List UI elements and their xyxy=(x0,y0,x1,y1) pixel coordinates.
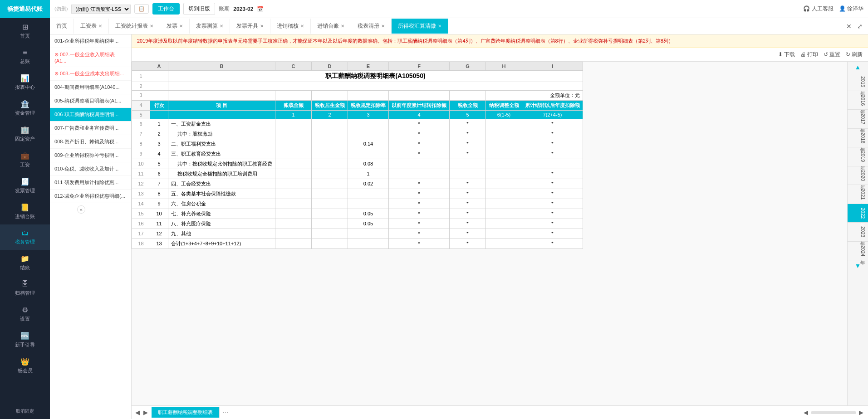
switch-old-button[interactable]: 切到旧版 xyxy=(183,3,215,15)
left-panel-item-002[interactable]: ⊗ 002-一般企业收入明细表(A1... xyxy=(50,48,131,67)
tab-invoice-close[interactable]: ✕ xyxy=(179,24,183,29)
asset-icon: 🏦 xyxy=(20,100,29,108)
year-2019[interactable]: 2019年 xyxy=(848,147,868,166)
sidebar: 畅捷通易代账 ⊞ 首页 ≡ 总账 📊 报表中心 🏦 资金管理 🏢 固定资产 💼 … xyxy=(0,0,50,419)
horizontal-scrollbar[interactable] xyxy=(811,411,856,414)
tab-purchase-verify[interactable]: 进销稽核 ✕ xyxy=(270,19,311,34)
sidebar-item-member[interactable]: 👑 畅会员 xyxy=(0,353,50,379)
sidebar-item-sales-ledger[interactable]: 📒 进销台账 xyxy=(0,199,50,224)
col-header-rownum xyxy=(132,62,150,70)
sidebar-item-home[interactable]: ⊞ 首页 xyxy=(0,18,50,44)
tab-maximize[interactable]: ⤢ xyxy=(855,22,864,31)
table-container[interactable]: A B C D E F G H I xyxy=(132,62,847,406)
year-2024[interactable]: 2024年 xyxy=(848,242,868,260)
sidebar-item-archive[interactable]: 🗄 归档管理 xyxy=(0,276,50,301)
user-icon: 👤 xyxy=(839,5,846,12)
user-avatar[interactable]: 👤 徐泽华 xyxy=(839,5,863,13)
year-2015[interactable]: 2015年 xyxy=(848,73,868,91)
tab-income-tax[interactable]: 所得税汇算清缴 ✕ xyxy=(392,19,448,34)
tab-payroll-report-close[interactable]: ✕ xyxy=(150,24,153,29)
tab-purchase-ledger[interactable]: 进销台账 ✕ xyxy=(311,19,351,34)
copy-button[interactable]: 📋 xyxy=(134,4,149,14)
sidebar-item-payroll[interactable]: 💼 工资 xyxy=(0,147,50,173)
customer-service[interactable]: 🎧 人工客服 xyxy=(803,5,833,13)
tab-close-all[interactable]: ✕ xyxy=(844,22,853,31)
table-row: 11 6 按税收规定全额扣除的职工培训费用 1 * xyxy=(132,169,583,179)
company-selector[interactable]: (勿删) 江西般宝-LSS xyxy=(71,5,131,14)
sidebar-item-asset-mgmt[interactable]: 🏦 资金管理 xyxy=(0,95,50,121)
year-2023[interactable]: 2023年 xyxy=(848,223,868,241)
refresh-icon: ↻ xyxy=(846,51,850,58)
tab-payroll-report[interactable]: 工资统计报表 ✕ xyxy=(109,19,160,34)
tab-invoice-calc-close[interactable]: ✕ xyxy=(220,24,223,29)
refresh-button[interactable]: ↻ 刷新 xyxy=(846,51,863,58)
left-panel-item-012[interactable]: 012-减免企业所得税优惠明细(... xyxy=(50,190,131,203)
unpin-label: 取消固定 xyxy=(16,408,34,414)
sidebar-item-guide[interactable]: 🆕 新手引导 xyxy=(0,327,50,353)
left-panel-item-011[interactable]: 011-研发费用加计扣除优惠... xyxy=(50,176,131,190)
calendar-icon[interactable]: 📅 xyxy=(257,6,264,12)
sidebar-item-ledger[interactable]: ≡ 总账 xyxy=(0,44,50,69)
print-button[interactable]: 🖨 打印 xyxy=(800,51,818,58)
table-row: 14 9 六、住房公积金 * * * xyxy=(132,199,583,209)
tab-home[interactable]: 首页 xyxy=(50,19,74,34)
sidebar-item-account[interactable]: 📁 结账 xyxy=(0,250,50,276)
scroll-right-btn[interactable]: ▶ xyxy=(858,408,864,417)
year-scroll-up[interactable]: ▲ xyxy=(853,62,863,73)
left-panel-item-005[interactable]: 005-纳税调整项目明细表(A1... xyxy=(50,94,131,108)
sidebar-item-settings[interactable]: ⚙ 设置 xyxy=(0,301,50,327)
workspace-button[interactable]: 工作台 xyxy=(152,3,180,15)
sidebar-item-fixed-asset[interactable]: 🏢 固定资产 xyxy=(0,121,50,147)
scroll-left-btn[interactable]: ◀ xyxy=(803,408,809,417)
center-main: 2019年度涉及取以前年度结转数据的申报表单元格需要手工核准正确，才能保证本年以… xyxy=(132,34,868,419)
tab-income-tax-close[interactable]: ✕ xyxy=(438,24,441,29)
left-panel-item-004[interactable]: 004-期间费用明细表(A1040... xyxy=(50,81,131,94)
left-panel-item-008[interactable]: 008-资产折旧、摊销及纳税... xyxy=(50,135,131,149)
year-scroll-down[interactable]: ▼ xyxy=(853,260,863,271)
col-header-g: G xyxy=(450,62,486,70)
tab-purchase-ledger-close[interactable]: ✕ xyxy=(341,24,344,29)
tab-purchase-verify-close[interactable]: ✕ xyxy=(300,24,304,29)
tab-invoice[interactable]: 发票 ✕ xyxy=(160,19,190,34)
left-panel-item-001[interactable]: 001-企业所得税年度纳税申... xyxy=(50,34,131,48)
panel-collapse-btn[interactable]: « xyxy=(77,205,85,214)
year-2016[interactable]: 2016年 xyxy=(848,91,868,110)
reset-button[interactable]: ↺ 重置 xyxy=(824,51,840,58)
sheet-tab-main[interactable]: 职工薪酬纳税调整明细表 xyxy=(152,407,220,418)
fixed-asset-icon: 🏢 xyxy=(20,126,29,134)
main-area: (勿删) (勿删) 江西般宝-LSS 📋 工作台 切到旧版 账期 2023-02… xyxy=(50,0,868,419)
year-2017[interactable]: 2017年 xyxy=(848,110,868,128)
tab-invoice-calc[interactable]: 发票测算 ✕ xyxy=(190,19,230,34)
year-2018[interactable]: 2018年 xyxy=(848,129,868,147)
sales-ledger-icon: 📒 xyxy=(20,203,29,212)
topbar-right: 🎧 人工客服 👤 徐泽华 xyxy=(803,5,863,13)
sheet-options-icon[interactable]: ⋯ xyxy=(220,409,231,416)
left-panel-item-010[interactable]: 010-免税、减收收入及加计... xyxy=(50,162,131,176)
year-2020[interactable]: 2020年 xyxy=(848,166,868,185)
sidebar-item-tax-mgmt[interactable]: 🗂 税务管理 xyxy=(0,224,50,250)
unpin-button[interactable]: 取消固定 xyxy=(0,404,50,419)
tab-tax-clear[interactable]: 税表清册 ✕ xyxy=(351,19,392,34)
tab-payroll[interactable]: 工资表 ✕ xyxy=(74,19,109,34)
tab-tax-clear-close[interactable]: ✕ xyxy=(381,24,385,29)
tab-invoice-open-close[interactable]: ✕ xyxy=(260,24,264,29)
period-value: 2023-02 xyxy=(233,6,253,12)
left-panel-item-003[interactable]: ⊗ 003-一般企业成本支出明细... xyxy=(50,67,131,81)
sidebar-item-invoice-mgmt[interactable]: 🧾 发票管理 xyxy=(0,173,50,199)
download-button[interactable]: ⬇ 下载 xyxy=(778,51,795,58)
prev-sheet-btn[interactable]: ◀ xyxy=(134,408,141,417)
col-header-a: A xyxy=(150,62,168,70)
left-panel-item-007[interactable]: 007-广告费和业务宣传费明... xyxy=(50,122,131,135)
left-panel-item-006[interactable]: 006-职工薪酬纳税调整明细... xyxy=(50,108,131,122)
payroll-icon: 💼 xyxy=(20,151,29,160)
tab-purchase-verify-label: 进销稽核 xyxy=(277,22,299,30)
tab-payroll-close[interactable]: ✕ xyxy=(98,24,102,29)
sidebar-item-report[interactable]: 📊 报表中心 xyxy=(0,69,50,95)
table-row: 2 xyxy=(132,82,583,90)
year-2022[interactable]: 2022年 xyxy=(848,204,868,223)
next-sheet-btn[interactable]: ▶ xyxy=(142,408,149,417)
guide-icon: 🆕 xyxy=(20,331,29,340)
tab-invoice-open[interactable]: 发票开具 ✕ xyxy=(230,19,270,34)
year-2021[interactable]: 2021年 xyxy=(848,185,868,204)
left-panel-item-009[interactable]: 009-企业所得税弥补亏损明... xyxy=(50,149,131,162)
